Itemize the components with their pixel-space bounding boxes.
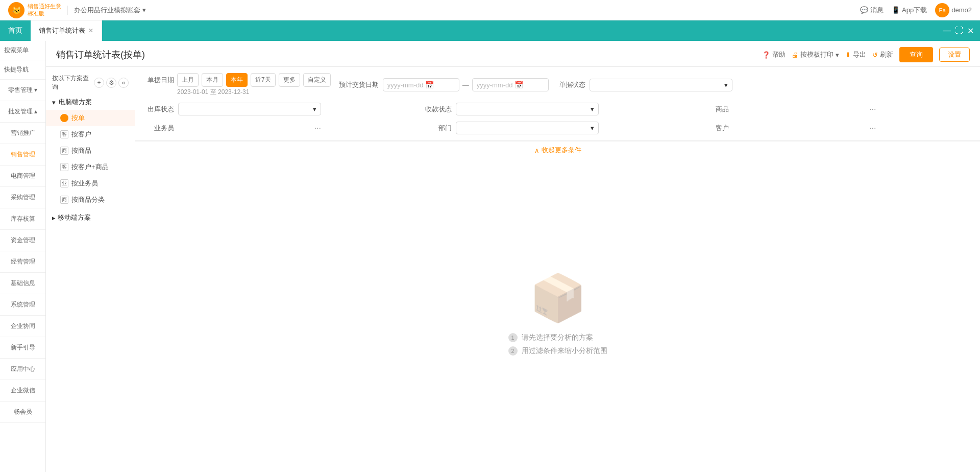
plan-group-desktop: ▾ 电脑端方案 按单 客 按客户 商 按商品 xyxy=(46,95,135,208)
sidebar-item-member[interactable]: 畅会员 xyxy=(0,402,45,423)
sidebar-item-sales[interactable]: 销售管理 xyxy=(0,144,45,166)
collapse-bar[interactable]: ∧ 收起更多条件 xyxy=(135,141,980,159)
sidebar-item-system[interactable]: 系统管理 xyxy=(0,294,45,316)
download-btn[interactable]: 📱 App下载 xyxy=(892,6,927,15)
calendar-from-icon[interactable]: 📅 xyxy=(425,81,434,89)
delivery-date-from[interactable]: yyyy-mm-dd 📅 xyxy=(383,78,459,91)
dept-select[interactable]: ▾ xyxy=(456,122,599,134)
goods-label: 商品 xyxy=(700,105,729,114)
sidebar-item-marketing[interactable]: 营销推广 xyxy=(0,123,45,144)
empty-steps: 1 请先选择要分析的方案 2 用过滤条件来缩小分析范围 xyxy=(508,333,607,360)
print-btn[interactable]: 🖨 按模板打印 ▾ xyxy=(792,50,839,59)
date-filter-section: 单据日期 上月 本月 本年 近7天 更多 自定义 xyxy=(145,73,331,97)
collapse-icon: ∧ xyxy=(534,147,540,154)
window-maximize-btn[interactable]: ⛶ xyxy=(955,26,963,35)
query-button[interactable]: 查询 xyxy=(899,47,933,62)
goods-more-btn[interactable]: ··· xyxy=(869,105,876,114)
sidebar-search[interactable]: 搜索菜单 xyxy=(0,41,45,60)
sidebar-item-retail[interactable]: 零售管理 ▾ xyxy=(0,80,45,101)
plan-item-by-goods[interactable]: 商 按商品 xyxy=(46,143,135,159)
plan-item-by-customer-goods[interactable]: 客 按客户+商品 xyxy=(46,159,135,175)
user-profile[interactable]: Ea demo2 xyxy=(935,3,972,17)
sidebar-item-wechat[interactable]: 企业微信 xyxy=(0,380,45,402)
out-status-select[interactable]: ▾ xyxy=(178,103,321,115)
left-panel: 按以下方案查询 + ⚙ « ▾ 电脑端方案 按单 xyxy=(46,67,135,472)
plan-item-by-order[interactable]: 按单 xyxy=(46,110,135,126)
date-btn-more[interactable]: 更多 xyxy=(279,73,300,87)
plan-item-by-salesman[interactable]: 业 按业务员 xyxy=(46,175,135,192)
out-status-section: 出库状态 ▾ xyxy=(145,103,415,115)
window-close-btn[interactable]: ✕ xyxy=(967,26,974,36)
print-dropdown-icon[interactable]: ▾ xyxy=(836,51,839,59)
sidebar-item-inventory[interactable]: 库存核算 xyxy=(0,208,45,230)
sidebar-item-ecommerce[interactable]: 电商管理 xyxy=(0,166,45,187)
sidebar-item-appcenter[interactable]: 应用中心 xyxy=(0,359,45,380)
plan-item-by-category[interactable]: 商 按商品分类 xyxy=(46,192,135,208)
dash: — xyxy=(462,81,469,89)
sidebar-item-operation[interactable]: 经营管理 xyxy=(0,251,45,273)
date-btn-last-month[interactable]: 上月 xyxy=(177,73,199,87)
page-header-actions: ❓ 帮助 🖨 按模板打印 ▾ ⬇ 导出 ↺ 刷新 查询 设置 xyxy=(762,47,970,62)
sidebar-item-wholesale[interactable]: 批发管理 ▴ xyxy=(0,101,45,123)
filter-area: 单据日期 上月 本月 本年 近7天 更多 自定义 xyxy=(135,67,980,141)
receipt-status-select[interactable]: ▾ xyxy=(456,103,599,115)
out-select-arrow: ▾ xyxy=(313,105,316,113)
collapse-panel-btn[interactable]: « xyxy=(118,78,129,88)
tab-sales-stat[interactable]: 销售订单统计表 ✕ xyxy=(31,20,102,41)
date-btn-custom[interactable]: 自定义 xyxy=(303,73,331,87)
date-btn-7days[interactable]: 近7天 xyxy=(251,73,276,87)
plan-by-order-icon xyxy=(60,114,68,122)
sidebar-item-newuser[interactable]: 新手引导 xyxy=(0,337,45,359)
status-label: 单据状态 xyxy=(557,80,585,89)
left-panel-header: 按以下方案查询 + ⚙ « xyxy=(46,71,135,95)
refresh-btn[interactable]: ↺ 刷新 xyxy=(872,50,893,59)
empty-state: 📦 1 请先选择要分析的方案 2 用过滤条件来缩小分析范围 xyxy=(135,159,980,472)
date-btn-this-month[interactable]: 本月 xyxy=(202,73,223,87)
sidebar-item-enterprise[interactable]: 企业协同 xyxy=(0,316,45,337)
salesman-more-btn[interactable]: ··· xyxy=(314,124,321,133)
customer-label: 客户 xyxy=(700,124,729,133)
app-selector[interactable]: 办公用品行业模拟账套 ▾ xyxy=(67,6,146,15)
date-range-text: 2023-01-01 至 2023-12-31 xyxy=(177,88,249,96)
sidebar-item-basic[interactable]: 基础信息 xyxy=(0,273,45,294)
delivery-date-section: 预计交货日期 yyyy-mm-dd 📅 — yyyy-mm-dd 📅 xyxy=(339,78,549,91)
status-select[interactable]: ▾ xyxy=(590,79,732,91)
status-filter-section: 单据状态 ▾ xyxy=(557,79,970,91)
date-label: 单据日期 xyxy=(145,76,174,85)
tab-bar: 首页 销售订单统计表 ✕ — ⛶ ✕ xyxy=(0,20,980,41)
help-btn[interactable]: ❓ 帮助 xyxy=(762,50,786,59)
sidebar-item-finance[interactable]: 资金管理 xyxy=(0,230,45,251)
customer-more-btn[interactable]: ··· xyxy=(869,124,876,133)
tab-bar-actions: — ⛶ ✕ xyxy=(943,26,980,36)
tab-close-btn[interactable]: ✕ xyxy=(88,27,93,34)
date-btn-this-year[interactable]: 本年 xyxy=(226,73,248,87)
settings-button[interactable]: 设置 xyxy=(939,48,970,62)
content-area: 销售订单统计表(按单) ❓ 帮助 🖨 按模板打印 ▾ ⬇ 导出 ↺ 刷新 xyxy=(46,41,980,472)
logo-area: 🐱 销售通好生意 标准版 xyxy=(8,2,61,18)
move-plan-label[interactable]: ▸ 移动端方案 xyxy=(52,213,129,222)
page-body: 按以下方案查询 + ⚙ « ▾ 电脑端方案 按单 xyxy=(46,67,980,472)
logo-text: 销售通好生意 标准版 xyxy=(28,3,61,16)
goods-section: 商品 ··· xyxy=(700,105,970,114)
message-btn[interactable]: 💬 消息 xyxy=(860,6,884,15)
settings-plan-btn[interactable]: ⚙ xyxy=(106,78,116,88)
empty-step-2: 2 用过滤条件来缩小分析范围 xyxy=(508,346,607,356)
export-btn[interactable]: ⬇ 导出 xyxy=(845,50,866,59)
sidebar-item-purchase[interactable]: 采购管理 xyxy=(0,187,45,208)
plan-by-category-icon: 商 xyxy=(60,196,68,204)
window-minimize-btn[interactable]: — xyxy=(943,26,951,35)
sidebar-quick-nav[interactable]: 快捷导航 xyxy=(0,60,45,80)
left-panel-actions: + ⚙ « xyxy=(94,78,129,88)
add-plan-btn[interactable]: + xyxy=(94,78,104,88)
delivery-date-to[interactable]: yyyy-mm-dd 📅 xyxy=(472,78,549,91)
calendar-to-icon[interactable]: 📅 xyxy=(514,81,523,89)
tab-home[interactable]: 首页 xyxy=(0,20,31,41)
receipt-label: 收款状态 xyxy=(423,105,452,114)
right-content: 单据日期 上月 本月 本年 近7天 更多 自定义 xyxy=(135,67,980,472)
print-icon: 🖨 xyxy=(792,51,798,59)
app-name: 办公用品行业模拟账套 xyxy=(74,6,140,15)
plan-item-by-customer[interactable]: 客 按客户 xyxy=(46,126,135,143)
filter-row-1: 单据日期 上月 本月 本年 近7天 更多 自定义 xyxy=(145,73,970,97)
plan-group-header[interactable]: ▾ 电脑端方案 xyxy=(46,95,135,110)
top-bar: 🐱 销售通好生意 标准版 办公用品行业模拟账套 ▾ 💬 消息 📱 App下载 E… xyxy=(0,0,980,20)
